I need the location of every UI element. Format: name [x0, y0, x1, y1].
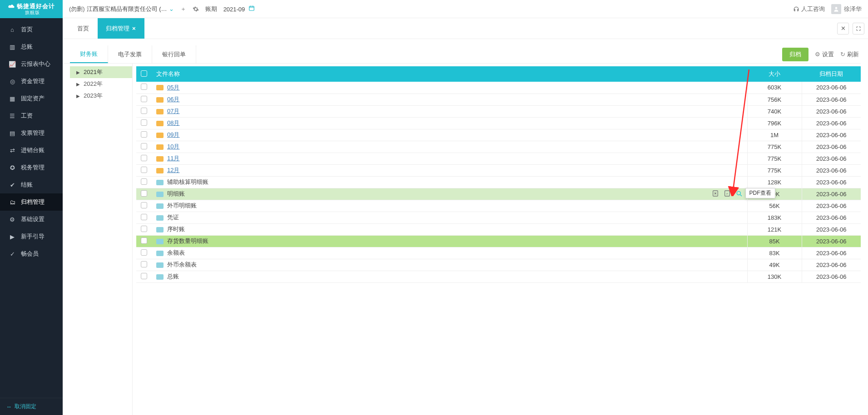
col-check[interactable] — [136, 66, 152, 82]
tree-item-2021年[interactable]: ▶2021年 — [70, 66, 132, 78]
file-name[interactable]: 12月 — [167, 167, 179, 173]
row-checkbox[interactable] — [141, 155, 147, 161]
row-checkbox[interactable] — [141, 261, 147, 267]
folder-icon — [156, 109, 164, 114]
file-name[interactable]: 06月 — [167, 96, 179, 103]
tab-close-button[interactable]: ✕ — [837, 23, 849, 35]
table-row[interactable]: 07月740K2023-06-06 — [136, 105, 861, 117]
pdf-view-tooltip: PDF查看 — [745, 188, 775, 198]
refresh-button[interactable]: ↻ 刷新 — [840, 50, 859, 59]
row-checkbox[interactable] — [141, 237, 147, 244]
sidebar-item-6[interactable]: ▤发票管理 — [0, 124, 63, 142]
row-checkbox[interactable] — [141, 108, 147, 114]
row-checkbox[interactable] — [141, 190, 147, 197]
sidebar-item-10[interactable]: 🗂归档管理 — [0, 193, 63, 211]
table-row[interactable]: 序时账121K2023-06-06 — [136, 223, 861, 235]
table-row[interactable]: 06月756K2023-06-06 — [136, 94, 861, 105]
sidebar-item-3[interactable]: ◎资金管理 — [0, 73, 63, 90]
pdf-view-icon[interactable] — [735, 190, 743, 197]
sidebar-item-1[interactable]: ▥总账 — [0, 38, 63, 55]
download-pdf-icon[interactable]: P — [724, 190, 731, 197]
sidebar-item-5[interactable]: ☰工资 — [0, 107, 63, 124]
subtab-1[interactable]: 电子发票 — [108, 45, 152, 63]
table-row[interactable]: 总账130K2023-06-06 — [136, 271, 861, 282]
file-name[interactable]: 09月 — [167, 131, 179, 138]
table-row[interactable]: 11月775K2023-06-06 — [136, 153, 861, 164]
row-checkbox[interactable] — [141, 202, 147, 208]
tree-item-2023年[interactable]: ▶2023年 — [70, 90, 132, 102]
table-row[interactable]: 凭证183K2023-06-06 — [136, 212, 861, 223]
settings-icon: ⚙ — [8, 216, 16, 223]
row-checkbox[interactable] — [141, 178, 147, 185]
sidebar-item-7[interactable]: ⇄进销台账 — [0, 142, 63, 159]
tree-item-label: 2022年 — [84, 80, 103, 88]
settings-button[interactable]: ⚙ 设置 — [815, 50, 834, 59]
file-name[interactable]: 10月 — [167, 143, 179, 150]
row-checkbox[interactable] — [141, 143, 147, 149]
archive-button[interactable]: 归档 — [782, 48, 808, 61]
table-row[interactable]: 12月775K2023-06-06 — [136, 164, 861, 176]
sidebar-item-11[interactable]: ⚙基础设置 — [0, 211, 63, 228]
file-name: 外币余额表 — [167, 261, 197, 268]
sidebar-item-0[interactable]: ⌂首页 — [0, 21, 63, 38]
row-checkbox[interactable] — [141, 84, 147, 90]
tab-home[interactable]: 首页 — [69, 18, 98, 39]
tree-item-2022年[interactable]: ▶2022年 — [70, 78, 132, 90]
table-row[interactable]: 08月796K2023-06-06 — [136, 117, 861, 129]
brand: 畅捷通好会计 旗舰版 — [0, 0, 63, 18]
table-row[interactable]: 05月603K2023-06-06 — [136, 82, 861, 94]
sidebar-item-9[interactable]: ✔结账 — [0, 176, 63, 193]
sidebar-item-13[interactable]: ✓畅会员 — [0, 245, 63, 262]
support-label: 人工咨询 — [801, 5, 825, 13]
download-excel-icon[interactable] — [712, 190, 719, 197]
support-button[interactable]: 人工咨询 — [793, 5, 825, 13]
sidebar-item-2[interactable]: 📈云报表中心 — [0, 55, 63, 73]
row-checkbox[interactable] — [141, 119, 147, 126]
table-row[interactable]: 外币余额表49K2023-06-06 — [136, 259, 861, 271]
file-name[interactable]: 05月 — [167, 84, 179, 91]
row-checkbox[interactable] — [141, 167, 147, 173]
table-row[interactable]: 辅助核算明细账128K2023-06-06 — [136, 176, 861, 188]
col-name: 文件名称 — [152, 66, 747, 82]
row-checkbox[interactable] — [141, 273, 147, 279]
row-checkbox[interactable] — [141, 131, 147, 138]
row-checkbox[interactable] — [141, 214, 147, 220]
file-name[interactable]: 11月 — [167, 155, 179, 162]
file-date: 2023-06-06 — [802, 235, 861, 247]
close-icon[interactable]: × — [132, 25, 136, 32]
fullscreen-button[interactable] — [853, 23, 864, 35]
subtab-0[interactable]: 财务账 — [70, 45, 108, 63]
table-row[interactable]: 09月1M2023-06-06 — [136, 129, 861, 141]
sidebar-item-4[interactable]: ▦固定资产 — [0, 90, 63, 107]
subtab-2[interactable]: 银行回单 — [152, 45, 196, 63]
file-size: 121K — [747, 223, 802, 235]
file-name[interactable]: 07月 — [167, 108, 179, 114]
sidebar-item-8[interactable]: ✪税务管理 — [0, 159, 63, 176]
company-selector[interactable]: (勿删) 江西服宝精品有限责任公司 (… ⌄ — [69, 5, 174, 13]
tab-archive[interactable]: 归档管理 × — [98, 18, 144, 39]
add-company-button[interactable]: ＋ — [180, 5, 186, 13]
table-row[interactable]: 余额表83K2023-06-06 — [136, 247, 861, 259]
company-settings-button[interactable] — [193, 6, 199, 12]
file-date: 2023-06-06 — [802, 223, 861, 235]
svg-point-1 — [835, 7, 838, 9]
file-name: 辅助核算明细账 — [167, 178, 208, 185]
table-row[interactable]: 10月775K2023-06-06 — [136, 141, 861, 153]
table-row[interactable]: 存货数量明细账85K2023-06-06 — [136, 235, 861, 247]
tabs-bar: 首页 归档管理 × ✕ — [63, 18, 868, 39]
refresh-label: 刷新 — [847, 50, 859, 59]
sidebar-unpin[interactable]: ↔ 取消固定 — [0, 398, 63, 415]
table-row[interactable]: 外币明细账56K2023-06-06 — [136, 200, 861, 212]
file-name[interactable]: 08月 — [167, 119, 179, 126]
calendar-icon[interactable] — [248, 6, 255, 13]
sidebar-item-12[interactable]: ▶新手引导 — [0, 228, 63, 245]
row-checkbox[interactable] — [141, 226, 147, 232]
sidebar-unpin-label: 取消固定 — [15, 403, 36, 410]
guide-icon: ▶ — [8, 233, 16, 240]
user-menu[interactable]: 徐泽华 — [831, 4, 862, 14]
sidebar: 畅捷通好会计 旗舰版 ⌂首页▥总账📈云报表中心◎资金管理▦固定资产☰工资▤发票管… — [0, 0, 63, 415]
username: 徐泽华 — [844, 5, 862, 13]
checkbox-icon[interactable] — [141, 70, 147, 77]
row-checkbox[interactable] — [141, 249, 147, 256]
row-checkbox[interactable] — [141, 96, 147, 102]
